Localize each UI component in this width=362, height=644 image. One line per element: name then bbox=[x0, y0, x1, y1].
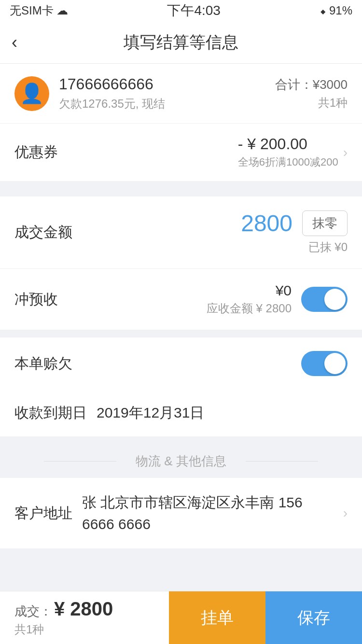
credit-row: 本单赊欠 bbox=[0, 337, 362, 390]
logistics-line-right bbox=[246, 461, 318, 462]
coupon-desc: 全场6折满1000减200 bbox=[238, 155, 338, 169]
section-divider-3 bbox=[0, 436, 362, 444]
credit-label: 本单赊欠 bbox=[14, 354, 72, 374]
section-divider-2 bbox=[0, 330, 362, 337]
coupon-right: - ¥ 200.00 全场6折满1000减200 › bbox=[238, 135, 348, 169]
transaction-value-wrap: 2800 抹零 bbox=[241, 210, 348, 237]
already-zero-text: 已抹 ¥0 bbox=[241, 239, 348, 255]
transaction-section: 成交金额 2800 抹零 已抹 ¥0 冲预收 ¥0 应收金额 ¥ 2800 bbox=[0, 196, 362, 330]
address-label: 客户地址 bbox=[14, 504, 72, 523]
due-date: 2019年12月31日 bbox=[97, 403, 204, 423]
credit-toggle-knob bbox=[324, 353, 346, 374]
bottom-deal-amount: ¥ 2800 bbox=[54, 598, 113, 620]
customer-card: 👤 17666666666 欠款1276.35元, 现结 合计：¥3000 共1… bbox=[0, 64, 362, 181]
battery-percent: 91% bbox=[329, 4, 352, 17]
prepay-label: 冲预收 bbox=[14, 290, 58, 309]
coupon-label: 优惠券 bbox=[14, 142, 58, 162]
prepay-toggle[interactable] bbox=[301, 287, 348, 312]
total-label: 合计：¥3000 bbox=[275, 76, 348, 93]
bottom-count: 共1种 bbox=[14, 622, 154, 637]
save-button[interactable]: 保存 bbox=[265, 591, 362, 644]
address-content: 张 北京市市辖区海淀区永丰南 156 6666 6666 bbox=[82, 491, 334, 535]
customer-total: 合计：¥3000 共1种 bbox=[275, 76, 348, 111]
due-date-row: 收款到期日 2019年12月31日 bbox=[0, 390, 362, 436]
status-time: 下午4:03 bbox=[167, 1, 221, 20]
customer-left: 👤 17666666666 欠款1276.35元, 现结 bbox=[14, 75, 165, 112]
customer-info: 17666666666 欠款1276.35元, 现结 bbox=[59, 75, 165, 112]
battery-icon: ⬥ bbox=[320, 4, 326, 17]
credit-toggle[interactable] bbox=[301, 351, 348, 376]
prepay-amount: ¥0 bbox=[207, 282, 292, 299]
prepay-row: 冲预收 ¥0 应收金额 ¥ 2800 bbox=[0, 269, 362, 330]
due-label: 收款到期日 bbox=[14, 403, 87, 423]
status-right: ⬥ 91% bbox=[320, 4, 352, 17]
pending-button[interactable]: 挂单 bbox=[169, 591, 265, 644]
bottom-bar: 成交： ¥ 2800 共1种 挂单 保存 bbox=[0, 591, 362, 644]
customer-debt: 欠款1276.35元, 现结 bbox=[59, 96, 165, 112]
status-bar: 无SIM卡 ☁ 下午4:03 ⬥ 91% bbox=[0, 0, 362, 21]
sim-status: 无SIM卡 ☁ bbox=[10, 3, 68, 18]
nav-bar: ‹ 填写结算等信息 bbox=[0, 21, 362, 64]
avatar: 👤 bbox=[14, 76, 49, 111]
chevron-right-icon: › bbox=[343, 145, 348, 160]
bottom-deal-label: 成交： bbox=[14, 603, 52, 620]
transaction-row: 成交金额 2800 抹零 已抹 ¥0 bbox=[0, 196, 362, 269]
prepay-sub: 应收金额 ¥ 2800 bbox=[207, 301, 292, 316]
address-row[interactable]: 客户地址 张 北京市市辖区海淀区永丰南 156 6666 6666 › bbox=[0, 478, 362, 548]
transaction-label: 成交金额 bbox=[14, 223, 72, 242]
avatar-icon: 👤 bbox=[20, 82, 44, 105]
prepay-amount-wrap: ¥0 应收金额 ¥ 2800 bbox=[207, 282, 292, 316]
logistics-line-left bbox=[44, 461, 116, 462]
logistics-label: 物流 & 其他信息 bbox=[136, 453, 226, 470]
coupon-discount: - ¥ 200.00 bbox=[238, 135, 338, 153]
coupon-row[interactable]: 优惠券 - ¥ 200.00 全场6折满1000减200 › bbox=[0, 123, 362, 181]
transaction-amount: 2800 bbox=[241, 210, 292, 237]
toggle-knob bbox=[324, 289, 346, 310]
credit-section: 本单赊欠 收款到期日 2019年12月31日 bbox=[0, 337, 362, 436]
back-button[interactable]: ‹ bbox=[12, 32, 17, 53]
page-title: 填写结算等信息 bbox=[124, 31, 238, 54]
section-divider-1 bbox=[0, 189, 362, 196]
status-left: 无SIM卡 ☁ bbox=[10, 3, 68, 18]
bottom-summary: 成交： ¥ 2800 共1种 bbox=[0, 598, 169, 637]
round-zero-button[interactable]: 抹零 bbox=[302, 210, 348, 236]
total-count: 共1种 bbox=[275, 95, 348, 111]
address-chevron-icon: › bbox=[343, 505, 348, 521]
customer-phone: 17666666666 bbox=[59, 75, 165, 93]
logistics-header: 物流 & 其他信息 bbox=[0, 444, 362, 478]
